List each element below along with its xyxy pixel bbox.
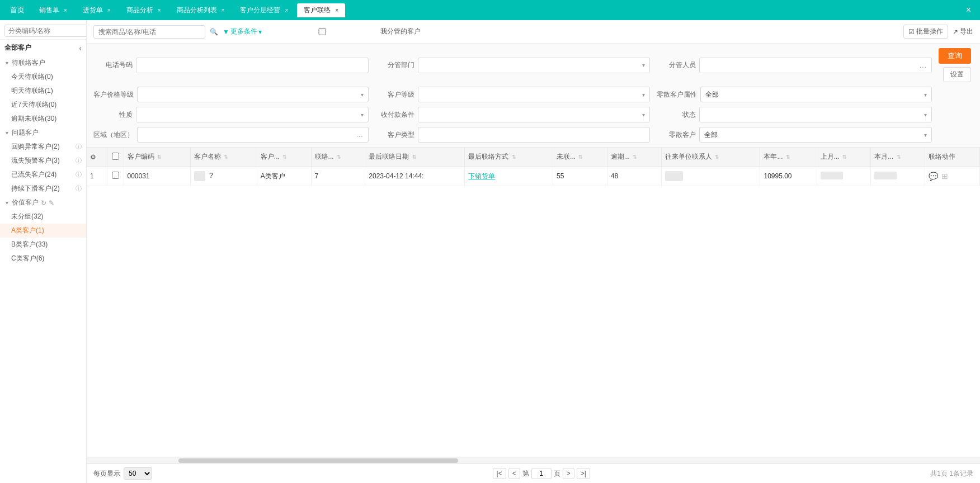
home-tab[interactable]: 首页 [4, 3, 30, 17]
sidebar-item-repurchase-abnormal[interactable]: 回购异常客户(2) ⓘ [0, 140, 86, 154]
region-input[interactable]: ... [137, 127, 369, 143]
value-customer-group[interactable]: ▼ 价值客户 ↻ ✎ [0, 196, 86, 210]
sort-icon[interactable]: ⇅ [282, 154, 287, 160]
customer-code-cell: 000031 [124, 167, 190, 186]
table-header-row: ⚙ 客户编码 ⇅ 客户名称 ⇅ 客户... ⇅ [87, 148, 980, 167]
sidebar-item-b-class[interactable]: B类客户(33) [0, 238, 86, 252]
value-customer-label: 价值客户 [12, 198, 39, 207]
retail-customer-input[interactable]: 全部 ▾ [699, 127, 932, 143]
problem-customer-group[interactable]: ▼ 问题客户 [0, 126, 86, 140]
sort-icon[interactable]: ⇅ [224, 154, 228, 160]
next-page-button[interactable]: > [563, 468, 574, 479]
sort-icon[interactable]: ⇅ [157, 154, 162, 160]
last-page-button[interactable]: >| [577, 468, 590, 479]
export-button[interactable]: ↗ 导出 [953, 27, 973, 36]
sidebar-item-ungrouped[interactable]: 未分组(32) [0, 210, 86, 224]
sidebar-collapse-icon[interactable]: ‹ [79, 44, 82, 53]
tab-sales-order[interactable]: 销售单 × [32, 3, 74, 17]
batch-operation-button[interactable]: ☑ 批量操作 [903, 25, 948, 39]
tab-close-icon[interactable]: × [285, 7, 288, 13]
uncontacted-cell: 55 [553, 167, 607, 186]
tab-close-icon[interactable]: × [107, 7, 111, 13]
sidebar-item-c-class[interactable]: C类客户(6) [0, 252, 86, 266]
tab-customer-segment[interactable]: 客户分层经营 × [233, 3, 295, 17]
horizontal-scrollbar[interactable] [87, 457, 980, 463]
all-customers-label: 全部客户 [4, 43, 31, 53]
tab-close-icon[interactable]: × [335, 7, 338, 13]
category-search-input[interactable] [4, 25, 87, 37]
sidebar-item-churn-warning[interactable]: 流失预警客户(3) ⓘ [0, 154, 86, 168]
tab-product-analysis-list[interactable]: 商品分析列表 × [170, 3, 232, 17]
info-icon[interactable]: ⓘ [76, 157, 82, 165]
chat-action-icon[interactable]: 💬 [929, 172, 938, 181]
sidebar-item-overdue-pending[interactable]: 逾期未联络(30) [0, 112, 86, 126]
item-label: C类客户(6) [11, 254, 82, 263]
customer-type-input[interactable] [418, 127, 651, 143]
phone-input[interactable] [136, 58, 369, 73]
tab-close-icon[interactable]: × [158, 7, 161, 13]
sidebar-item-tomorrow-pending[interactable]: 明天待联络(1) [0, 84, 86, 98]
grid-action-icon[interactable]: ⊞ [941, 172, 948, 181]
checkbox-col-header[interactable] [107, 148, 124, 167]
sort-icon[interactable]: ⇅ [412, 154, 417, 160]
tab-purchase-order[interactable]: 进货单 × [76, 3, 117, 17]
tab-product-analysis[interactable]: 商品分析 × [120, 3, 168, 17]
first-page-button[interactable]: |< [493, 468, 506, 479]
sidebar-item-today-pending[interactable]: 今天待联络(0) [0, 70, 86, 84]
prev-page-button[interactable]: < [508, 468, 520, 479]
edit-icon[interactable]: ✎ [49, 199, 54, 207]
search-input[interactable] [93, 25, 205, 39]
retail-attr-input[interactable]: 全部 ▾ [700, 87, 932, 102]
pending-contact-group[interactable]: ▼ 待联络客户 [0, 56, 86, 70]
nature-label: 性质 [93, 110, 133, 120]
row-checkbox[interactable] [112, 172, 119, 179]
manager-input[interactable]: ... [699, 58, 932, 73]
info-icon[interactable]: ⓘ [76, 171, 82, 179]
sort-icon[interactable]: ⇅ [512, 154, 516, 160]
close-all-button[interactable]: × [962, 5, 976, 15]
last-contact-method-cell[interactable]: 下销货单 [465, 167, 553, 186]
select-all-checkbox[interactable] [112, 153, 119, 160]
sort-icon[interactable]: ⇅ [715, 154, 719, 160]
scrollbar-thumb[interactable] [178, 458, 458, 463]
more-conditions-button[interactable]: ▼ 更多条件 ▾ [223, 27, 262, 36]
tab-close-icon[interactable]: × [64, 7, 67, 13]
dept-input[interactable]: ▾ [418, 58, 651, 73]
per-page-select[interactable]: 50 100 200 [124, 467, 152, 480]
payment-input[interactable]: ▾ [418, 107, 651, 122]
refresh-icon[interactable]: ↻ [41, 199, 46, 207]
info-icon[interactable]: ⓘ [76, 143, 82, 151]
tab-close-icon[interactable]: × [222, 7, 225, 13]
contact-method-link[interactable]: 下销货单 [468, 172, 495, 180]
row-checkbox-cell[interactable] [107, 167, 124, 186]
status-input[interactable]: ▾ [699, 107, 932, 122]
tab-label: 进货单 [83, 6, 103, 15]
sidebar-item-declining[interactable]: 持续下滑客户(2) ⓘ [0, 182, 86, 196]
sort-icon[interactable]: ⇅ [786, 154, 790, 160]
sort-icon[interactable]: ⇅ [897, 154, 901, 160]
info-icon[interactable]: ⓘ [76, 184, 82, 193]
col-label: 逾期... [611, 153, 630, 160]
sidebar-item-churned[interactable]: 已流失客户(24) ⓘ [0, 168, 86, 182]
page-number-input[interactable] [531, 468, 552, 479]
sidebar-item-7days-pending[interactable]: 近7天待联络(0) [0, 98, 86, 112]
total-records-info: 共1页 1条记录 [930, 469, 973, 479]
sort-icon[interactable]: ⇅ [842, 154, 847, 160]
contact-count-col-header: 联络... ⇅ [311, 148, 365, 167]
search-icon[interactable]: 🔍 [210, 28, 218, 36]
history-contact-cell [661, 167, 760, 186]
sort-icon[interactable]: ⇅ [578, 154, 583, 160]
sidebar-item-a-class[interactable]: A类客户(1) [0, 224, 86, 238]
sort-icon[interactable]: ⇅ [337, 154, 341, 160]
price-level-input[interactable]: ▾ [137, 87, 369, 102]
tab-customer-contact[interactable]: 客户联络 × [297, 3, 345, 17]
settings-button[interactable]: 设置 [943, 67, 971, 82]
filter-actions: 查询 设置 [939, 48, 973, 82]
sort-icon[interactable]: ⇅ [633, 154, 637, 160]
last-contact-date-col-header: 最后联络日期 ⇅ [365, 148, 465, 167]
customer-level-input[interactable]: ▾ [418, 87, 651, 102]
settings-col-header[interactable]: ⚙ [87, 148, 107, 167]
query-button[interactable]: 查询 [939, 48, 971, 64]
nature-input[interactable]: ▾ [136, 107, 369, 122]
my-customers-checkbox[interactable] [266, 28, 378, 35]
